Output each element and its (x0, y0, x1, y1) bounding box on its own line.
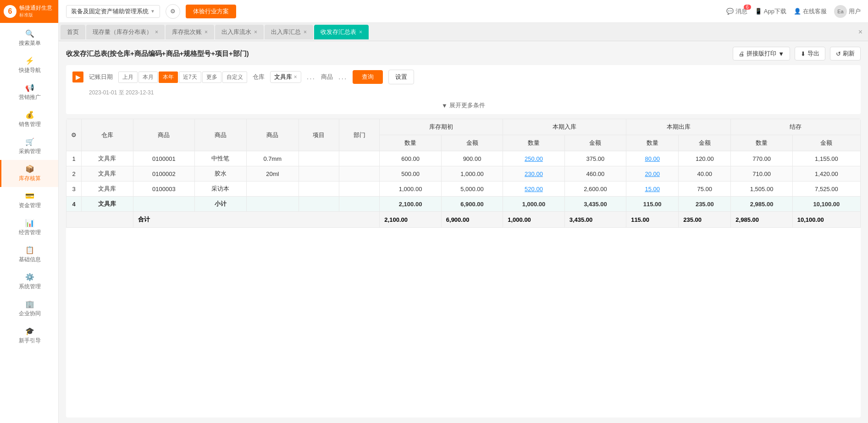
warehouse-tag[interactable]: 文具库 × (270, 71, 301, 83)
tab-home[interactable]: 首页 (61, 25, 85, 39)
sidebar-item-inventory[interactable]: 📦库存核算 (0, 160, 58, 187)
sidebar-item-system[interactable]: ⚙️系统管理 (0, 268, 58, 295)
settings-icon[interactable]: ⚙ (166, 4, 180, 19)
expand-filter-button[interactable]: ▼ 展开更多条件 (442, 101, 485, 110)
sidebar-item-finance[interactable]: 💳资金管理 (0, 187, 58, 214)
system-selector[interactable]: 装备及固定资产辅助管理系统 ▼ (66, 5, 160, 18)
sidebar-item-basic[interactable]: 📋基础信息 (0, 241, 58, 268)
cell-out-qty[interactable]: 20.00 (626, 166, 679, 181)
tab-close-recv_summary[interactable]: × (359, 29, 362, 35)
cell-out-qty[interactable]: 115.00 (626, 197, 679, 212)
online-service-button[interactable]: 👤 在线客服 (794, 7, 827, 16)
date-option-本月[interactable]: 本月 (138, 71, 158, 83)
trial-button[interactable]: 体验行业方案 (186, 5, 236, 18)
warehouse-tag-close[interactable]: × (294, 74, 297, 80)
tab-close-inout_summary[interactable]: × (304, 29, 307, 35)
cell-in-qty[interactable]: 230.00 (503, 166, 564, 181)
th-out-group: 本期出库 (626, 119, 731, 135)
cell-in-amt: 375.00 (564, 151, 626, 166)
sidebar-item-quick[interactable]: ⚡快捷导航 (0, 52, 58, 79)
cell-in-qty[interactable]: 250.00 (503, 151, 564, 166)
tab-label: 现存量（库存分布表） (93, 28, 152, 36)
topbar: 装备及固定资产辅助管理系统 ▼ ⚙ 体验行业方案 💬 消息 6 📱 App下载 … (59, 0, 868, 23)
date-toggle-group: 上月本月本年近7天更多自定义 (118, 71, 247, 83)
print-button[interactable]: 🖨 拼接版打印 ▼ (733, 47, 790, 60)
sidebar-item-marketing[interactable]: 📢营销推广 (0, 79, 58, 106)
cell-in-qty-link[interactable]: 230.00 (525, 170, 543, 177)
cell-in-amt: 3,435.00 (564, 197, 626, 212)
cell-in-qty-link[interactable]: 520.00 (525, 186, 543, 192)
date-option-自定义[interactable]: 自定义 (222, 71, 247, 83)
search-icon: 🔍 (25, 29, 34, 38)
cell-out-qty-link[interactable]: 80.00 (645, 155, 660, 162)
th-balance-qty: 数量 (731, 135, 792, 151)
date-option-近7天[interactable]: 近7天 (179, 71, 201, 83)
cell-goods-code: 0100001 (133, 151, 194, 166)
th-opening-group: 库存期初 (380, 119, 503, 135)
sidebar-item-label: 资金管理 (19, 202, 41, 209)
tab-inout_flow[interactable]: 出入库流水× (215, 25, 264, 39)
cell-out-qty-link[interactable]: 20.00 (645, 170, 660, 177)
tab-label: 库存批次账 (172, 28, 202, 36)
cell-balance-amt: 10,100.00 (792, 197, 860, 212)
close-all-tabs-button[interactable]: × (855, 26, 866, 38)
sidebar-item-label: 新手引导 (19, 337, 41, 345)
footer-in-amt: 3,435.00 (564, 212, 626, 228)
tab-close-batch[interactable]: × (205, 29, 208, 35)
filter-settings-button[interactable]: 设置 (388, 70, 414, 84)
table-row: 2文具库0100002胶水20ml500.001,000.00230.00460… (66, 166, 861, 181)
chevron-down-icon: ▼ (778, 50, 784, 57)
filter-collapse-button[interactable]: ▶ (72, 71, 83, 82)
system-icon: ⚙️ (25, 273, 34, 281)
refresh-button[interactable]: ↺ 刷新 (830, 47, 861, 60)
tab-inout_summary[interactable]: 出入库汇总× (265, 25, 313, 39)
cell-in-qty[interactable]: 520.00 (503, 181, 564, 197)
sidebar-item-search[interactable]: 🔍搜索菜单 (0, 25, 58, 52)
cell-goods-spec: 0.7mm (246, 151, 299, 166)
cell-goods-spec (246, 181, 299, 197)
table-settings-header[interactable]: ⚙ (66, 119, 82, 151)
cell-in-qty[interactable]: 1,000.00 (503, 197, 564, 212)
cell-warehouse: 文具库 (82, 197, 133, 212)
message-button[interactable]: 💬 消息 6 (726, 7, 747, 16)
sidebar-item-operations[interactable]: 📊经营管理 (0, 214, 58, 241)
cell-in-qty-link[interactable]: 250.00 (525, 155, 543, 162)
page-title: 收发存汇总表(按仓库+商品编码+商品+规格型号+项目+部门) (66, 49, 249, 58)
warehouse-more-dots[interactable]: ... (307, 73, 315, 81)
date-option-上月[interactable]: 上月 (118, 71, 138, 83)
cell-out-qty-link[interactable]: 15.00 (645, 186, 660, 192)
marketing-icon: 📢 (25, 83, 34, 92)
tab-close-stock_dist[interactable]: × (155, 29, 158, 35)
date-option-更多[interactable]: 更多 (202, 71, 221, 83)
warehouse-label: 仓库 (253, 73, 265, 81)
inventory-icon: 📦 (25, 165, 34, 173)
tab-label: 首页 (67, 28, 79, 36)
cell-index: 1 (66, 151, 82, 166)
app-download-button[interactable]: 📱 App下载 (755, 7, 786, 16)
page-actions: 🖨 拼接版打印 ▼ ⬇ 导出 ↺ 刷新 (733, 47, 861, 60)
table-footer-row: 合计 2,100.00 6,900.00 1,000.00 3,435.00 1… (66, 212, 861, 228)
goods-more-dots[interactable]: ... (338, 73, 347, 81)
sidebar-item-sales[interactable]: 💰销售管理 (0, 106, 58, 133)
date-option-本年[interactable]: 本年 (159, 71, 178, 83)
tab-close-inout_flow[interactable]: × (254, 29, 257, 35)
cell-opening-amt: 1,000.00 (441, 166, 503, 181)
tab-stock_dist[interactable]: 现存量（库存分布表）× (86, 25, 165, 39)
sidebar-logo: 6 畅捷通好生意 标准版 (0, 0, 58, 23)
chevron-down-icon: ▼ (442, 102, 448, 109)
tab-recv_summary[interactable]: 收发存汇总表× (314, 25, 369, 39)
cell-balance-amt: 1,420.00 (792, 166, 860, 181)
table-header-group-row: ⚙ 仓库 商品 商品 商品 项目 部门 库存期初 本期入库 本期出库 结存 (66, 119, 861, 135)
sidebar-item-corp[interactable]: 🏢企业协同 (0, 295, 58, 322)
cell-opening-qty: 2,100.00 (380, 197, 441, 212)
cell-dept (339, 181, 380, 197)
export-button[interactable]: ⬇ 导出 (795, 47, 825, 60)
footer-out-qty: 115.00 (626, 212, 679, 228)
query-button[interactable]: 查询 (353, 70, 383, 84)
user-button[interactable]: Ea 用户 (834, 5, 861, 18)
tab-batch[interactable]: 库存批次账× (166, 25, 214, 39)
sidebar-item-newbie[interactable]: 🎓新手引导 (0, 322, 58, 349)
cell-out-qty[interactable]: 80.00 (626, 151, 679, 166)
sidebar-item-purchase[interactable]: 🛒采购管理 (0, 133, 58, 160)
cell-out-qty[interactable]: 15.00 (626, 181, 679, 197)
